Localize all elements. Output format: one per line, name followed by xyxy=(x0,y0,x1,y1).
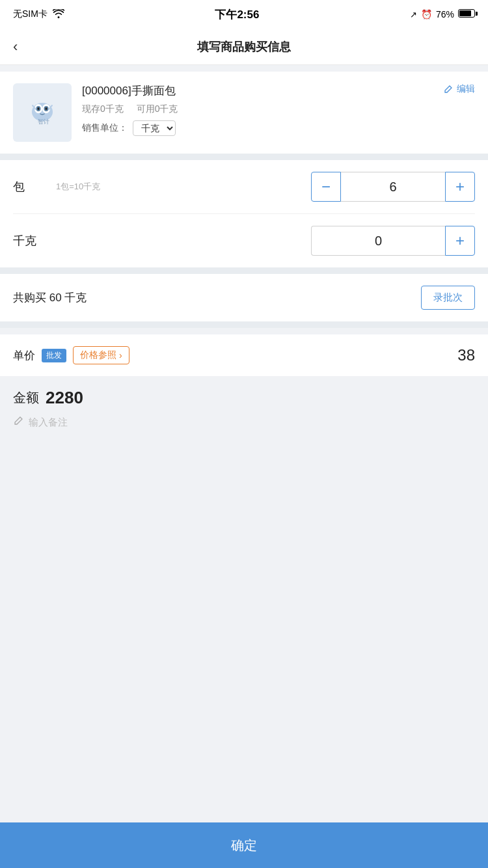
battery-percent: 76% xyxy=(436,9,454,20)
section-divider-2 xyxy=(0,267,488,274)
amount-value: 2280 xyxy=(46,388,83,408)
stock-available: 可用0千克 xyxy=(137,103,178,114)
status-left: 无SIM卡 xyxy=(13,8,64,20)
stock-current: 现存0千克 xyxy=(82,103,124,114)
qty-section: 包 1包=10千克 − + 千克 + xyxy=(0,160,488,267)
status-right: ↗ ⏰ 76% xyxy=(410,9,475,20)
section-divider-3 xyxy=(0,321,488,328)
confirm-bar[interactable]: 确定 xyxy=(0,822,488,868)
kg-qty-row: 千克 + xyxy=(13,214,475,267)
status-bar: 无SIM卡 下午2:56 ↗ ⏰ 76% xyxy=(0,0,488,29)
empty-space xyxy=(0,435,488,565)
kg-qty-input[interactable] xyxy=(311,226,445,256)
amount-label: 金额 xyxy=(13,389,39,407)
remark-row[interactable]: 输入备注 xyxy=(13,416,475,429)
svg-point-6 xyxy=(46,107,47,110)
page-title: 填写商品购买信息 xyxy=(197,39,291,55)
unit-select[interactable]: 千克 包 xyxy=(133,120,176,136)
total-label: 共购买 60 千克 xyxy=(13,290,87,305)
bao-label: 包 xyxy=(13,179,52,195)
total-section: 共购买 60 千克 录批次 xyxy=(0,274,488,321)
section-divider-1 xyxy=(0,154,488,160)
wifi-icon xyxy=(53,9,64,20)
nav-bar: ‹ 填写商品购买信息 xyxy=(0,29,488,65)
kg-label: 千克 xyxy=(13,233,52,249)
price-row: 单价 批发 价格参照 › 38 xyxy=(13,346,475,364)
status-time: 下午2:56 xyxy=(215,7,259,22)
pencil-icon xyxy=(13,416,23,429)
kg-plus-button[interactable]: + xyxy=(445,226,475,256)
product-name: [0000006]手撕面包 xyxy=(82,83,475,98)
batch-tag: 批发 xyxy=(42,349,66,362)
carrier-label: 无SIM卡 xyxy=(13,8,47,20)
battery-icon xyxy=(458,9,475,20)
confirm-button-label: 确定 xyxy=(231,837,257,854)
back-button[interactable]: ‹ xyxy=(13,38,18,55)
unit-label-text: 销售单位： xyxy=(82,122,128,134)
gps-icon: ↗ xyxy=(410,10,417,20)
product-image-icon: 智计 xyxy=(26,94,59,131)
product-stock: 现存0千克 可用0千克 xyxy=(82,103,475,115)
bao-hint: 1包=10千克 xyxy=(56,181,100,193)
edit-button[interactable]: 编辑 xyxy=(444,83,475,95)
price-ref-button[interactable]: 价格参照 › xyxy=(73,346,129,364)
bao-minus-button[interactable]: − xyxy=(311,172,341,202)
bao-plus-button[interactable]: + xyxy=(445,172,475,202)
alarm-icon: ⏰ xyxy=(421,9,432,20)
bao-qty-input[interactable] xyxy=(341,172,445,202)
product-info: [0000006]手撕面包 现存0千克 可用0千克 销售单位： 千克 包 xyxy=(82,83,475,136)
record-batch-button[interactable]: 录批次 xyxy=(421,286,475,310)
price-section: 单价 批发 价格参照 › 38 xyxy=(0,334,488,376)
kg-qty-controls: + xyxy=(311,226,475,256)
amount-row: 金额 2280 xyxy=(13,388,475,408)
total-value: 60 xyxy=(49,292,62,304)
remark-placeholder: 输入备注 xyxy=(29,416,68,429)
svg-point-5 xyxy=(38,107,40,110)
product-image: 智计 xyxy=(13,83,72,142)
product-card: 智计 [0000006]手撕面包 现存0千克 可用0千克 销售单位： 千克 包 xyxy=(0,72,488,154)
svg-text:智计: 智计 xyxy=(38,118,49,125)
amount-section: 金额 2280 输入备注 xyxy=(0,376,488,435)
total-unit: 千克 xyxy=(64,292,87,304)
bao-qty-row: 包 1包=10千克 − + xyxy=(13,160,475,214)
price-value: 38 xyxy=(457,346,475,364)
bao-qty-controls: − + xyxy=(311,172,475,202)
price-label: 单价 xyxy=(13,348,35,363)
product-unit-row: 销售单位： 千克 包 xyxy=(82,120,475,136)
